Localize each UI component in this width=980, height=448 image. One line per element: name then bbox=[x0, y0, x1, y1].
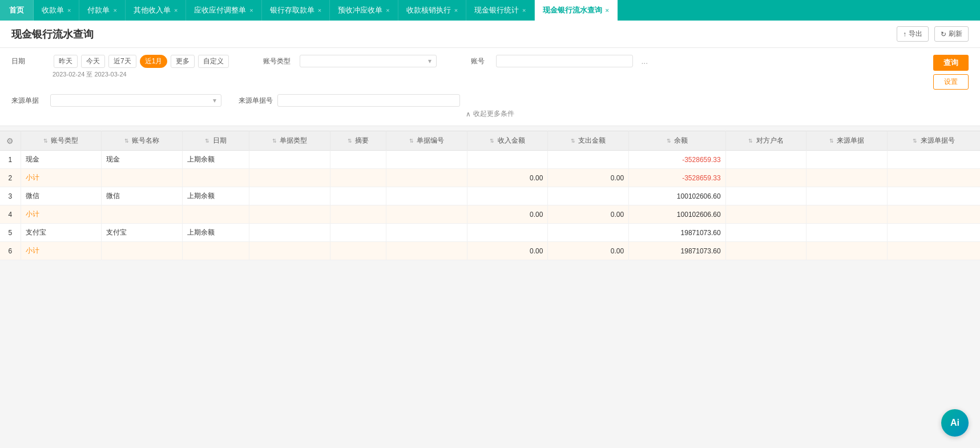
cell-source-doc-no bbox=[887, 169, 980, 187]
date-7days[interactable]: 近7天 bbox=[108, 55, 136, 68]
cell-source-doc bbox=[806, 224, 888, 242]
cell-account-type: 小计 bbox=[21, 205, 102, 224]
header-actions: ↑ 导出 ↻ 刷新 bbox=[897, 26, 969, 42]
export-button[interactable]: ↑ 导出 bbox=[897, 26, 929, 42]
sort-doc-no-icon: ⇅ bbox=[409, 138, 414, 144]
col-account-name[interactable]: ⇅ 账号名称 bbox=[102, 131, 183, 151]
table-header-row: ⚙ ⇅ 账号类型 ⇅ 账号名称 ⇅ 日期 ⇅ 单据类型 bbox=[0, 131, 980, 151]
page-header: 现金银行流水查询 ↑ 导出 ↻ 刷新 bbox=[0, 21, 980, 48]
cell-seq: 5 bbox=[0, 224, 21, 242]
nav-tab-shoukuanhe[interactable]: 收款核销执行 × bbox=[398, 0, 466, 21]
cell-doc-type bbox=[249, 205, 330, 224]
col-source-doc[interactable]: ⇅ 来源单据 bbox=[806, 131, 888, 151]
table-row: 1 现金 现金 上期余额 -3528659.33 bbox=[0, 151, 980, 169]
cell-income bbox=[467, 187, 548, 205]
nav-home[interactable]: 首页 bbox=[0, 0, 34, 21]
cell-expense: 0.00 bbox=[548, 169, 629, 187]
cell-doc-no bbox=[386, 151, 467, 169]
source-doc-select[interactable]: ▾ bbox=[50, 94, 221, 107]
cell-expense bbox=[548, 151, 629, 169]
gear-icon[interactable]: ⚙ bbox=[6, 136, 14, 146]
cell-balance: 100102606.60 bbox=[629, 187, 726, 205]
close-tab-yushou[interactable]: × bbox=[386, 7, 389, 14]
data-table: ⚙ ⇅ 账号类型 ⇅ 账号名称 ⇅ 日期 ⇅ 单据类型 bbox=[0, 131, 980, 260]
col-doc-type[interactable]: ⇅ 单据类型 bbox=[249, 131, 330, 151]
cell-account-type: 支付宝 bbox=[21, 224, 102, 242]
cell-doc-no bbox=[386, 242, 467, 260]
col-balance[interactable]: ⇅ 余额 bbox=[629, 131, 726, 151]
nav-tab-yushou[interactable]: 预收冲应收单 × bbox=[330, 0, 398, 21]
cell-doc-type bbox=[249, 151, 330, 169]
cell-source-doc-no bbox=[887, 205, 980, 224]
cell-summary bbox=[330, 151, 386, 169]
top-navigation: 首页 收款单 × 付款单 × 其他收入单 × 应收应付调整单 × 银行存取款单 … bbox=[0, 0, 980, 21]
nav-tab-fukuan[interactable]: 付款单 × bbox=[79, 0, 125, 21]
account-label: 账号 bbox=[471, 56, 488, 66]
close-tab-fukuan[interactable]: × bbox=[113, 7, 116, 14]
col-income[interactable]: ⇅ 收入金额 bbox=[467, 131, 548, 151]
col-account-type[interactable]: ⇅ 账号类型 bbox=[21, 131, 102, 151]
cell-account-name: 支付宝 bbox=[102, 224, 183, 242]
col-doc-no[interactable]: ⇅ 单据编号 bbox=[386, 131, 467, 151]
cell-expense: 0.00 bbox=[548, 205, 629, 224]
date-1month[interactable]: 近1月 bbox=[140, 55, 168, 68]
close-tab-xianjin-query[interactable]: × bbox=[606, 7, 609, 14]
date-label: 日期 bbox=[11, 56, 46, 66]
cell-date: 上期余额 bbox=[182, 151, 249, 169]
close-tab-yinhangcunqu[interactable]: × bbox=[318, 7, 321, 14]
cell-summary bbox=[330, 205, 386, 224]
refresh-button[interactable]: ↻ 刷新 bbox=[934, 26, 969, 42]
date-range-display: 2023-02-24 至 2023-03-24 bbox=[53, 70, 127, 79]
date-today[interactable]: 今天 bbox=[81, 55, 105, 68]
close-tab-qitashouru[interactable]: × bbox=[174, 7, 178, 14]
settings-button[interactable]: 设置 bbox=[933, 74, 969, 90]
nav-tab-yinhangcunqu[interactable]: 银行存取款单 × bbox=[262, 0, 330, 21]
date-yesterday[interactable]: 昨天 bbox=[54, 55, 78, 68]
cell-account-name bbox=[102, 169, 183, 187]
cell-doc-type bbox=[249, 169, 330, 187]
cell-income: 0.00 bbox=[467, 242, 548, 260]
sort-balance-icon: ⇅ bbox=[667, 138, 671, 144]
col-summary[interactable]: ⇅ 摘要 bbox=[330, 131, 386, 151]
nav-tab-xianjin-stat[interactable]: 现金银行统计 × bbox=[466, 0, 534, 21]
cell-account-type: 微信 bbox=[21, 187, 102, 205]
col-counterpart[interactable]: ⇅ 对方户名 bbox=[725, 131, 806, 151]
cell-counterpart bbox=[725, 169, 806, 187]
col-date[interactable]: ⇅ 日期 bbox=[182, 131, 249, 151]
close-tab-shoukuan[interactable]: × bbox=[67, 7, 71, 14]
nav-tab-xianjin-query[interactable]: 现金银行流水查询 × bbox=[535, 0, 618, 21]
cell-doc-no bbox=[386, 169, 467, 187]
cell-source-doc-no bbox=[887, 242, 980, 260]
col-expense[interactable]: ⇅ 支出金额 bbox=[548, 131, 629, 151]
cell-seq: 6 bbox=[0, 242, 21, 260]
col-gear[interactable]: ⚙ bbox=[0, 131, 21, 151]
col-source-doc-no[interactable]: ⇅ 来源单据号 bbox=[887, 131, 980, 151]
query-button[interactable]: 查询 bbox=[933, 55, 969, 71]
collapse-filter-button[interactable]: ∧ 收起更多条件 bbox=[11, 109, 969, 119]
sort-account-type-icon: ⇅ bbox=[43, 138, 48, 144]
nav-tab-shoukuan[interactable]: 收款单 × bbox=[34, 0, 79, 21]
account-type-select[interactable]: ▾ bbox=[300, 55, 437, 67]
table-row: 4 小计 0.00 0.00 100102606.60 bbox=[0, 205, 980, 224]
account-dots-button[interactable]: ... bbox=[641, 56, 648, 66]
cell-counterpart bbox=[725, 205, 806, 224]
table-area: ⚙ ⇅ 账号类型 ⇅ 账号名称 ⇅ 日期 ⇅ 单据类型 bbox=[0, 131, 980, 260]
account-input[interactable] bbox=[496, 55, 633, 67]
cell-account-type: 小计 bbox=[21, 169, 102, 187]
date-custom[interactable]: 自定义 bbox=[198, 55, 229, 68]
cell-expense bbox=[548, 187, 629, 205]
close-tab-yingshouyingfu[interactable]: × bbox=[249, 7, 253, 14]
date-more[interactable]: 更多 bbox=[171, 55, 195, 68]
cell-date bbox=[182, 169, 249, 187]
close-tab-shoukuanhe[interactable]: × bbox=[454, 7, 458, 14]
nav-tab-yingshouyingfu[interactable]: 应收应付调整单 × bbox=[186, 0, 261, 21]
cell-summary bbox=[330, 224, 386, 242]
nav-tab-qitashouru[interactable]: 其他收入单 × bbox=[126, 0, 186, 21]
close-tab-xianjin-stat[interactable]: × bbox=[522, 7, 526, 14]
cell-date: 上期余额 bbox=[182, 187, 249, 205]
refresh-icon: ↻ bbox=[941, 30, 946, 38]
source-doc-no-input[interactable] bbox=[277, 94, 460, 107]
table-row: 3 微信 微信 上期余额 100102606.60 bbox=[0, 187, 980, 205]
cell-source-doc bbox=[806, 205, 888, 224]
cell-summary bbox=[330, 242, 386, 260]
